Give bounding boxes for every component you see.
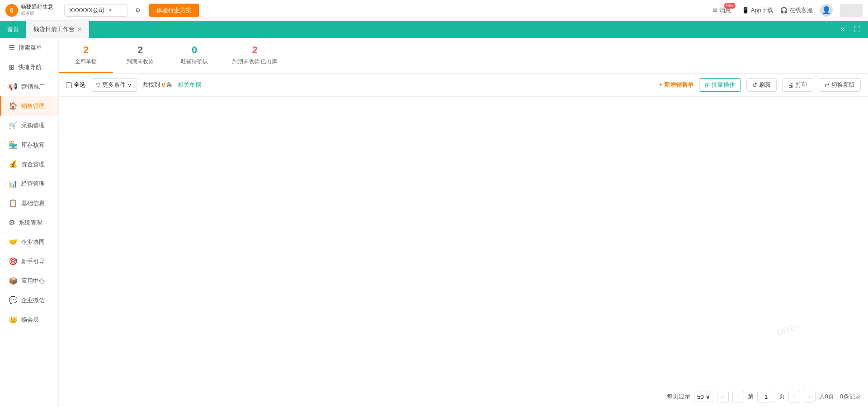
stats-label-overdue: 到期未收款 — [124, 58, 156, 65]
switch-icon: ⇄ — [825, 82, 830, 89]
message-badge: 99+ — [724, 3, 735, 9]
sidebar-item-label: 基础信息 — [21, 199, 45, 207]
stats-count-overdue: 2 — [124, 44, 156, 56]
sidebar-item-label: 畅会员 — [21, 316, 39, 324]
tab-home-label: 首页 — [7, 25, 19, 33]
chevron-down-icon: ▼ — [108, 8, 113, 13]
business-icon: 📊 — [9, 179, 18, 188]
toolbar-right: + 新增销售单 ⊞ 批量操作 ↺ 刷新 🖨 打印 ⇄ 切换新版 — [659, 78, 861, 92]
tab-close-all-button[interactable]: ✕ — [837, 24, 848, 35]
sidebar-item-label: 库存核算 — [21, 141, 45, 149]
marketing-icon: 📢 — [9, 82, 18, 91]
page-input[interactable] — [757, 391, 775, 402]
sidebar-item-enterprise[interactable]: 🤝 企业协同 — [0, 232, 58, 252]
print-label: 打印 — [796, 81, 807, 89]
select-all-label: 全选 — [74, 81, 85, 89]
tab-bar: 首页 钱货日清工作台 ✕ ✕ ⛶ — [0, 21, 868, 38]
avatar[interactable]: 👤 — [820, 4, 833, 17]
print-icon: 🖨 — [788, 82, 794, 89]
settings-button[interactable]: ⚙ — [131, 4, 145, 17]
sidebar-item-finance[interactable]: 💰 资金管理 — [0, 154, 58, 174]
filter-button[interactable]: ▽ 更多条件 ∨ — [91, 78, 137, 92]
page-prefix-label: 第 — [748, 393, 754, 401]
sidebar-item-app-center[interactable]: 📦 应用中心 — [0, 271, 58, 290]
sidebar-item-label: 采购管理 — [21, 122, 45, 130]
company-selector[interactable]: XXXXXX公司 ▼ — [64, 4, 127, 17]
tab-expand-button[interactable]: ⛶ — [852, 24, 863, 35]
sidebar-item-guide[interactable]: 🎯 新手引导 — [0, 252, 58, 271]
trial-button[interactable]: 体验行业方案 — [149, 4, 199, 17]
switch-new-version-button[interactable]: ⇄ 切换新版 — [819, 78, 861, 92]
refresh-button[interactable]: ↺ 刷新 — [746, 78, 777, 92]
tab-close-icon[interactable]: ✕ — [77, 26, 82, 33]
app-sub: 标准版 — [21, 10, 53, 17]
tab-bar-actions: ✕ ⛶ — [837, 24, 868, 35]
enterprise-icon: 🤝 — [9, 238, 18, 246]
sidebar-item-sales[interactable]: 🏠 销售管理 — [0, 96, 58, 116]
related-records-link[interactable]: 相关单据 — [178, 81, 201, 89]
toolbar-left: 全选 ▽ 更多条件 ∨ 共找到 0 条 相关单据 — [66, 78, 654, 92]
sidebar-item-wechat[interactable]: 💬 企业微信 — [0, 290, 58, 310]
select-all-checkbox[interactable]: 全选 — [66, 81, 85, 89]
stats-tab-overdue[interactable]: 2 到期未收款 — [113, 38, 167, 73]
sidebar-item-member[interactable]: 👑 畅会员 — [0, 310, 58, 329]
tab-workbench[interactable]: 钱货日清工作台 ✕ — [26, 21, 89, 38]
top-bar: 6 畅捷通好生意 标准版 XXXXXX公司 ▼ ⚙ 体验行业方案 ✉ 消息 99… — [0, 0, 868, 21]
stats-tab-shipped[interactable]: 2 到期未收款 已出库 — [222, 38, 288, 73]
quick-nav-icon: ⊞ — [9, 63, 14, 71]
per-page-label: 每页显示 — [667, 393, 690, 401]
close-icon: ✕ — [840, 26, 845, 33]
expand-icon: ⛶ — [854, 26, 860, 33]
print-button[interactable]: 🖨 打印 — [782, 78, 813, 92]
next-page-icon: › — [793, 393, 795, 400]
sidebar-item-quick-nav[interactable]: ⊞ 快捷导航 — [0, 57, 58, 77]
per-page-select[interactable]: 50 ∨ — [694, 392, 713, 402]
stats-count-all: 2 — [70, 44, 102, 56]
avatar-icon: 👤 — [822, 6, 831, 14]
sidebar-item-marketing[interactable]: 📢 营销推广 — [0, 77, 58, 96]
system-icon: ⚙ — [9, 218, 15, 227]
inventory-icon: 🏪 — [9, 140, 18, 149]
stats-label-pending: 旺铺待确认 — [178, 58, 211, 65]
finance-icon: 💰 — [9, 160, 18, 168]
tab-workbench-label: 钱货日清工作台 — [33, 25, 75, 33]
stats-tab-pending[interactable]: 0 旺铺待确认 — [167, 38, 222, 73]
sidebar-item-label: 系统管理 — [19, 219, 42, 227]
new-sale-button[interactable]: + 新增销售单 — [659, 81, 693, 89]
first-page-icon: « — [721, 393, 724, 400]
found-count: 共找到 0 条 — [142, 81, 172, 89]
service-icon: 🎧 — [780, 7, 788, 14]
sidebar-item-business[interactable]: 📊 经营管理 — [0, 174, 58, 193]
toolbar: 全选 ▽ 更多条件 ∨ 共找到 0 条 相关单据 + 新增销售单 ⊞ 批 — [59, 74, 868, 97]
first-page-button[interactable]: « — [717, 391, 729, 402]
stats-count-shipped: 2 — [232, 44, 277, 56]
sidebar-item-system[interactable]: ⚙ 系统管理 — [0, 213, 58, 232]
sidebar-item-label: 经营管理 — [21, 180, 45, 188]
refresh-label: 刷新 — [759, 81, 771, 89]
total-records-label: 共0页，0条记录 — [819, 393, 861, 401]
sidebar-item-purchase[interactable]: 🛒 采购管理 — [0, 116, 58, 135]
batch-ops-button[interactable]: ⊞ 批量操作 — [699, 78, 741, 92]
guide-icon: 🎯 — [9, 257, 18, 266]
message-button[interactable]: ✉ 消息 99+ — [712, 6, 731, 14]
app-download-button[interactable]: 📱 App下载 — [742, 6, 773, 14]
select-all-input[interactable] — [66, 82, 72, 88]
last-page-button[interactable]: » — [804, 391, 816, 402]
sidebar-item-inventory[interactable]: 🏪 库存核算 — [0, 135, 58, 154]
found-prefix: 共找到 — [142, 81, 160, 88]
prev-page-button[interactable]: ‹ — [732, 391, 744, 402]
stats-tab-all[interactable]: 2 全部单据 — [59, 38, 113, 73]
app-name: 畅捷通好生意 — [21, 4, 53, 11]
sidebar-item-label: 营销推广 — [21, 83, 45, 91]
online-service-button[interactable]: 🎧 在线客服 — [780, 6, 813, 14]
sidebar-item-search[interactable]: ☰ 搜索菜单 — [0, 38, 58, 57]
sidebar-item-label: 销售管理 — [21, 102, 45, 110]
sidebar-item-base-info[interactable]: 📋 基础信息 — [0, 193, 58, 213]
tab-home[interactable]: 首页 — [0, 21, 26, 38]
next-page-button[interactable]: › — [788, 391, 800, 402]
user-name-placeholder — [840, 4, 863, 17]
batch-label: 批量操作 — [712, 81, 735, 89]
sidebar-item-label: 企业微信 — [21, 296, 45, 304]
sidebar-item-label: 资金管理 — [21, 160, 45, 168]
content-area: 2 全部单据 2 到期未收款 0 旺铺待确认 2 到期未收款 已出库 全选 — [59, 38, 868, 407]
